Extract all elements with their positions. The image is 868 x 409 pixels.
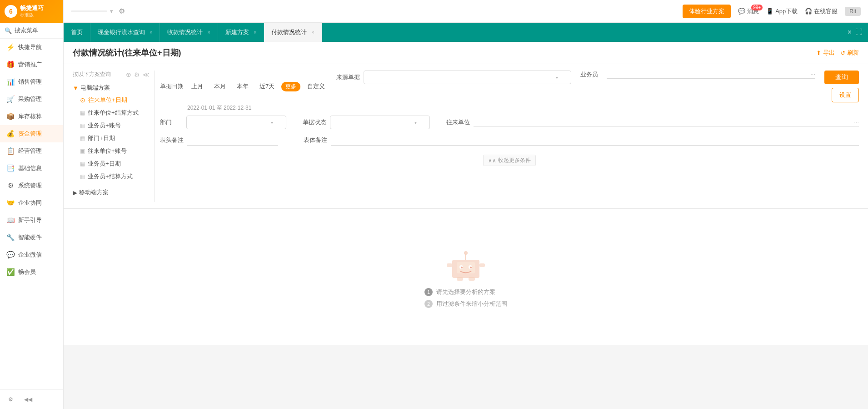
page-header: 付款情况统计(往来单位+日期) ⬆ 导出 ↺ 刷新: [64, 42, 868, 64]
scheme-item-unit-account[interactable]: ▣ 往来单位+账号: [73, 145, 150, 157]
scheme-group-mobile-title[interactable]: ▶ 移动端方案: [73, 187, 150, 198]
sidebar-item-hardware[interactable]: 🔧 智能硬件: [0, 229, 63, 246]
tab-bank-flow[interactable]: 现金银行流水查询 ×: [90, 23, 160, 42]
body-note-field: 表体备注: [304, 135, 859, 146]
date-opt-7days[interactable]: 近7天: [255, 81, 279, 92]
svg-rect-10: [457, 277, 463, 281]
body-note-input[interactable]: [331, 135, 859, 146]
source-voucher-select[interactable]: ▾: [364, 71, 571, 84]
refresh-label: 刷新: [847, 49, 859, 57]
content-area: 付款情况统计(往来单位+日期) ⬆ 导出 ↺ 刷新 按以下方案查询 ⊕: [64, 42, 868, 409]
scheme-item-unit-settle[interactable]: ▦ 往来单位+结算方式: [73, 106, 150, 119]
sidebar-label-member: 畅会员: [18, 268, 36, 276]
sidebar-item-wechat[interactable]: 💬 企业微信: [0, 246, 63, 263]
cooperation-icon: 🤝: [6, 199, 15, 207]
scheme-item-unit-date[interactable]: ⊙ 往来单位+日期: [73, 94, 150, 106]
refresh-btn[interactable]: ↺ 刷新: [840, 49, 859, 57]
filter-actions: 查询 设置: [824, 71, 859, 102]
staff-dots[interactable]: ···: [810, 71, 815, 77]
sidebar-item-operation[interactable]: 📋 经营管理: [0, 142, 63, 160]
step-2-num: 2: [424, 300, 433, 308]
logo-title: 畅捷通巧: [20, 5, 44, 12]
sidebar-settings-btn[interactable]: ⚙: [5, 394, 17, 404]
search-menu[interactable]: 🔍 搜索菜单: [0, 23, 63, 39]
sidebar-item-cooperation[interactable]: 🤝 企业协同: [0, 194, 63, 212]
scheme-item-dept-date[interactable]: ▦ 部门+日期: [73, 132, 150, 145]
scheme-group-mobile: ▶ 移动端方案: [73, 187, 150, 198]
tab-bank-flow-close[interactable]: ×: [150, 30, 152, 35]
scheme-item-staff-date[interactable]: ▦ 业务员+日期: [73, 157, 150, 170]
export-btn[interactable]: ⬆ 导出: [816, 49, 835, 57]
collapse-btn[interactable]: ∧∧ 收起更多条件: [483, 155, 536, 166]
sidebar-item-marketing[interactable]: 🎁 营销推广: [0, 56, 63, 73]
date-opt-this-month[interactable]: 本月: [210, 81, 230, 92]
staff-settle-label: 业务员+结算方式: [88, 172, 133, 181]
sidebar-collapse-btn[interactable]: ◀◀: [20, 394, 36, 404]
body-note-label: 表体备注: [304, 136, 327, 144]
support-icon: 🎧: [805, 8, 812, 15]
tab-payment-stats-close[interactable]: ×: [311, 30, 314, 35]
step-1-num: 1: [424, 288, 433, 296]
tab-income-stats-close[interactable]: ×: [207, 30, 210, 35]
date-opt-last-month[interactable]: 上月: [187, 81, 207, 92]
sidebar-item-system[interactable]: ⚙ 系统管理: [0, 177, 63, 194]
sidebar-item-member[interactable]: ✅ 畅会员: [0, 263, 63, 281]
search-icon: 🔍: [5, 27, 12, 34]
tab-expand-btn[interactable]: ⛶: [855, 28, 863, 36]
sidebar-item-inventory[interactable]: 📦 库存核算: [0, 108, 63, 125]
app-label: App下载: [775, 7, 798, 15]
unit-settle-icon: ▦: [80, 110, 85, 116]
sidebar-item-basic[interactable]: 📑 基础信息: [0, 160, 63, 177]
main-area: ▾ ⚙ 体验行业方案 💬 消息 99+ 📱 App下载 🎧 在线客服 Rit 首…: [64, 0, 868, 409]
wechat-icon: 💬: [6, 251, 15, 259]
scheme-item-staff-settle[interactable]: ▦ 业务员+结算方式: [73, 170, 150, 183]
app-download-btn[interactable]: 📱 App下载: [766, 7, 798, 15]
trial-btn[interactable]: 体验行业方案: [683, 5, 731, 18]
partner-label: 往来单位: [446, 118, 470, 126]
topbar-settings-icon[interactable]: ⚙: [119, 7, 125, 15]
sidebar-label-guide: 新手引导: [18, 216, 42, 224]
tab-payment-stats-label: 付款情况统计: [271, 28, 307, 36]
tab-close-all-btn[interactable]: ×: [848, 28, 852, 36]
filter-row-2: 部门 ▾ 单据状态 ▾ 往来单位: [160, 116, 859, 129]
support-btn[interactable]: 🎧 在线客服: [805, 7, 838, 15]
sidebar-item-guide[interactable]: 📖 新手引导: [0, 212, 63, 229]
partner-dots[interactable]: ···: [854, 118, 859, 125]
page-title: 付款情况统计(往来单位+日期): [73, 47, 181, 58]
settings-btn[interactable]: 设置: [832, 88, 859, 102]
dept-select[interactable]: ▾: [186, 116, 286, 129]
collapse-footer-icon: ◀◀: [24, 396, 32, 403]
source-voucher-label: 来源单据: [336, 73, 360, 81]
tab-new-scheme[interactable]: 新建方案 ×: [218, 23, 264, 42]
collapse-label: 收起更多条件: [498, 157, 531, 164]
tab-income-stats[interactable]: 收款情况统计 ×: [160, 23, 218, 42]
scheme-add-btn[interactable]: ⊕: [126, 71, 131, 78]
tab-new-scheme-close[interactable]: ×: [254, 30, 256, 35]
date-opt-this-year[interactable]: 本年: [233, 81, 253, 92]
inventory-icon: 📦: [6, 112, 15, 121]
voucher-status-select[interactable]: ▾: [330, 116, 430, 129]
tab-home[interactable]: 首页: [64, 23, 90, 42]
date-opt-more[interactable]: 更多: [281, 82, 300, 91]
header-note-input[interactable]: [187, 135, 278, 146]
sidebar-item-purchase[interactable]: 🛒 采购管理: [0, 91, 63, 108]
scheme-item-staff-account[interactable]: ▦ 业务员+账号: [73, 119, 150, 132]
user-avatar[interactable]: Rit: [845, 7, 861, 16]
empty-step-2: 2 用过滤条件来缩小分析范围: [424, 300, 507, 308]
sidebar-item-sales[interactable]: 📊 销售管理: [0, 73, 63, 91]
tabbar-controls: × ⛶: [842, 28, 868, 36]
sidebar-item-quick-nav[interactable]: ⚡ 快捷导航: [0, 39, 63, 56]
query-btn[interactable]: 查询: [824, 71, 859, 84]
scheme-collapse-btn[interactable]: ≪: [143, 71, 150, 78]
scheme-settings-btn[interactable]: ⚙: [134, 71, 140, 78]
sidebar-label-purchase: 采购管理: [18, 95, 42, 103]
message-btn[interactable]: 💬 消息 99+: [738, 7, 759, 15]
tab-payment-stats[interactable]: 付款情况统计 ×: [264, 23, 322, 42]
sidebar-item-capital[interactable]: 💰 资金管理: [0, 125, 63, 142]
scheme-group-desktop-title[interactable]: ▼ 电脑端方案: [73, 82, 150, 94]
purchase-icon: 🛒: [6, 95, 15, 103]
capital-icon: 💰: [6, 130, 15, 138]
date-opt-custom[interactable]: 自定义: [303, 81, 329, 92]
sidebar-logo: 6 畅捷通巧 标准版: [0, 0, 63, 23]
system-icon: ⚙: [6, 182, 15, 190]
